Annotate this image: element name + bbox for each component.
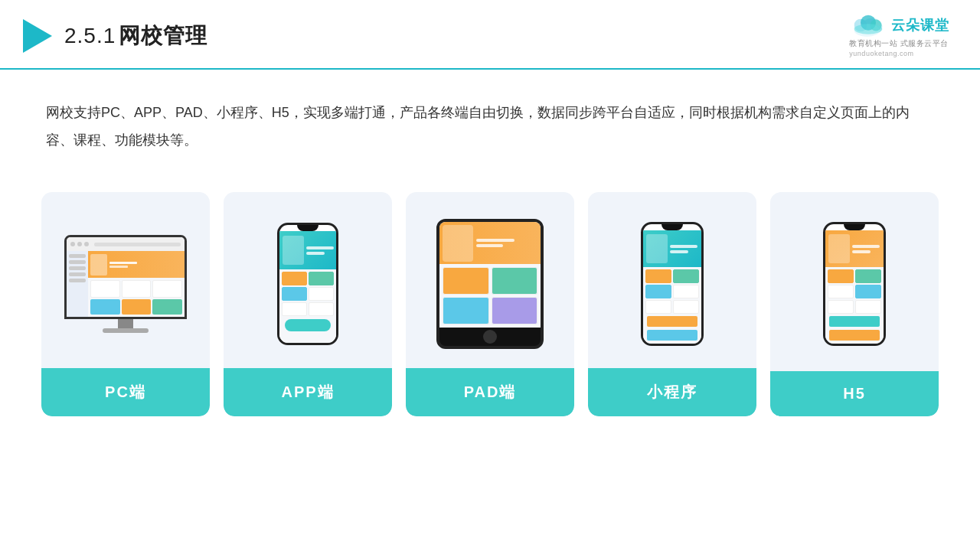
pad-banner-image bbox=[443, 225, 473, 262]
pad-card3 bbox=[443, 297, 489, 324]
card-app: APP端 bbox=[224, 192, 392, 416]
app-card1 bbox=[282, 272, 307, 285]
mini-banner-line2 bbox=[670, 250, 688, 253]
h5-phone-frame bbox=[823, 222, 886, 346]
play-icon bbox=[23, 19, 52, 53]
logo-cloud: 云朵课堂 bbox=[848, 14, 949, 37]
mini-card1 bbox=[645, 269, 671, 283]
card-pc: PC端 bbox=[41, 192, 210, 416]
logo-area: 云朵课堂 教育机构一站 式服务云平台 yunduoketang.com bbox=[848, 14, 949, 57]
logo-sub-text: 教育机构一站 式服务云平台 yunduoketang.com bbox=[849, 38, 948, 57]
mini-banner-line1 bbox=[670, 245, 697, 248]
card-h5-label: H5 bbox=[770, 371, 939, 416]
card-mini-label: 小程序 bbox=[588, 368, 756, 416]
h5-banner-image bbox=[828, 234, 850, 263]
app-phone-frame bbox=[277, 223, 338, 345]
monitor-screen bbox=[67, 237, 185, 317]
card-pad: PAD端 bbox=[406, 192, 574, 416]
app-card3 bbox=[282, 287, 307, 301]
app-phone-screen bbox=[279, 225, 336, 343]
h5-phone-body bbox=[825, 267, 884, 344]
app-banner-line1 bbox=[306, 246, 334, 249]
app-card6 bbox=[309, 302, 334, 316]
h5-banner-texts bbox=[852, 245, 880, 253]
mini-phone-notch bbox=[662, 224, 683, 230]
page-title: 2.5.1网校管理 bbox=[64, 21, 207, 51]
phone-notch bbox=[297, 225, 318, 231]
monitor-frame bbox=[64, 235, 187, 319]
mini-card3 bbox=[645, 285, 671, 298]
card-miniprogram: 小程序 bbox=[588, 192, 756, 416]
pad-banner-texts bbox=[476, 239, 514, 247]
h5-banner-line2 bbox=[852, 250, 871, 253]
app-card2 bbox=[309, 272, 334, 285]
mini-phone-screen bbox=[643, 224, 701, 344]
pad-banner bbox=[439, 222, 541, 264]
card-app-label: APP端 bbox=[224, 368, 392, 416]
mini-card2 bbox=[673, 269, 699, 283]
mini-card6 bbox=[673, 300, 699, 314]
pad-card4 bbox=[492, 297, 538, 324]
header-left: 2.5.1网校管理 bbox=[23, 19, 207, 53]
h5-banner-line1 bbox=[852, 245, 880, 248]
cards-section: PC端 bbox=[0, 169, 980, 416]
mini-card5 bbox=[645, 300, 671, 314]
mini-phone-body bbox=[643, 267, 701, 344]
pad-card1 bbox=[443, 267, 489, 295]
logo-main-text: 云朵课堂 bbox=[891, 16, 949, 34]
header: 2.5.1网校管理 云朵课堂 教育机构一站 式服务云平台 yunduoketan… bbox=[0, 0, 980, 70]
pad-card2 bbox=[492, 267, 538, 295]
pad-tablet-body bbox=[439, 264, 541, 328]
app-banner-texts bbox=[306, 246, 334, 255]
h5-card6 bbox=[855, 300, 881, 314]
title-text: 网校管理 bbox=[119, 24, 207, 47]
pc-monitor bbox=[64, 235, 187, 333]
section-number: 2.5.1 bbox=[64, 24, 116, 47]
description-text: 网校支持PC、APP、PAD、小程序、H5，实现多端打通，产品各终端自由切换，数… bbox=[46, 99, 934, 154]
pad-tablet-screen bbox=[439, 222, 541, 328]
h5-card1 bbox=[828, 269, 854, 283]
pad-banner-line2 bbox=[476, 244, 503, 247]
app-card5 bbox=[282, 302, 307, 316]
h5-card4 bbox=[855, 285, 881, 298]
card-pc-label: PC端 bbox=[41, 368, 210, 416]
h5-phone-screen bbox=[825, 224, 884, 344]
cloud-icon bbox=[848, 14, 888, 37]
app-banner-image bbox=[283, 236, 304, 265]
h5-card3 bbox=[828, 285, 854, 298]
h5-card5 bbox=[828, 300, 854, 314]
pad-banner-line1 bbox=[476, 239, 514, 242]
mini-banner-texts bbox=[670, 245, 697, 253]
app-banner-line2 bbox=[306, 252, 325, 255]
card-h5: H5 bbox=[770, 192, 939, 416]
pad-tablet-frame bbox=[436, 219, 544, 349]
pad-home-button bbox=[483, 330, 497, 344]
card-pc-image bbox=[41, 192, 210, 368]
mini-banner-image bbox=[646, 234, 668, 263]
card-h5-image bbox=[770, 192, 939, 368]
h5-card2 bbox=[855, 269, 881, 283]
h5-phone-notch bbox=[844, 224, 865, 230]
app-card4 bbox=[309, 287, 334, 301]
app-phone-body bbox=[279, 269, 336, 343]
mini-card4 bbox=[673, 285, 699, 298]
card-pad-label: PAD端 bbox=[406, 368, 574, 416]
description-area: 网校支持PC、APP、PAD、小程序、H5，实现多端打通，产品各终端自由切换，数… bbox=[0, 70, 980, 161]
card-pad-image bbox=[406, 192, 574, 368]
svg-point-6 bbox=[854, 24, 883, 34]
card-mini-image bbox=[588, 192, 756, 368]
mini-phone-frame bbox=[641, 222, 704, 346]
card-app-image bbox=[224, 192, 392, 368]
